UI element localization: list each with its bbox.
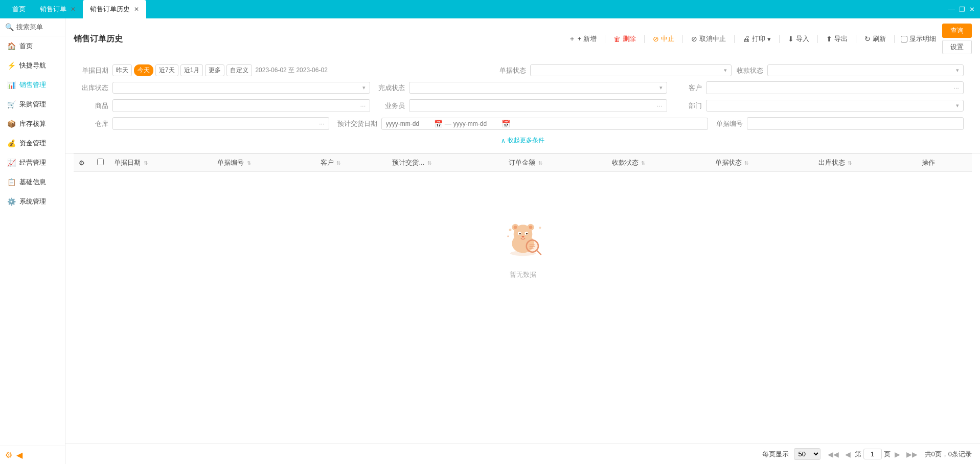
sidebar-item-finance[interactable]: 💰 资金管理 [0, 134, 65, 153]
page-suffix: 页 [884, 450, 891, 459]
order-status-select[interactable]: ▾ [530, 64, 732, 76]
check-all-checkbox[interactable] [97, 159, 104, 165]
basic-info-icon: 📋 [7, 178, 15, 186]
sort-date-icon[interactable]: ⇅ [144, 160, 148, 166]
home-icon: 🏠 [7, 42, 15, 50]
query-button[interactable]: 查询 [942, 24, 972, 38]
minimize-btn[interactable]: — [948, 6, 955, 13]
tab-home-label: 首页 [12, 5, 26, 14]
sidebar-item-system[interactable]: ⚙️ 系统管理 [0, 192, 65, 211]
show-detail-checkbox[interactable] [901, 36, 907, 42]
sidebar-item-sales[interactable]: 📊 销售管理 [0, 75, 65, 95]
tab-home[interactable]: 首页 [5, 0, 33, 18]
sort-expected-date-icon[interactable]: ⇅ [427, 160, 431, 166]
sidebar-item-inventory[interactable]: 📦 库存核算 [0, 114, 65, 134]
warehouse-status-select[interactable]: ▾ [112, 82, 370, 94]
date-btn-custom[interactable]: 自定义 [226, 64, 252, 76]
cancel-stop-label: 取消中止 [699, 34, 726, 43]
cancel-stop-button[interactable]: ⊘ 取消中止 [689, 33, 728, 45]
prev-page-btn[interactable]: ◀ [843, 449, 853, 459]
sidebar-search[interactable]: 🔍 搜索菜单 [0, 18, 65, 36]
tab-sales-order[interactable]: 销售订单 ✕ [33, 0, 83, 18]
filter-completion-status-item: 完成状态 ▾ [378, 82, 667, 94]
export-label: 导出 [834, 34, 848, 43]
order-number-input[interactable] [747, 117, 964, 130]
collapse-bar[interactable]: ∧ 收起更多条件 [82, 135, 964, 148]
goods-input[interactable]: ··· [112, 99, 370, 112]
show-detail-checkbox-label[interactable]: 显示明细 [901, 34, 936, 43]
sidebar-item-operations-label: 经营管理 [19, 158, 46, 167]
settings-bottom-icon[interactable]: ⚙ [5, 450, 12, 460]
collapse-sidebar-icon[interactable]: ◀ [16, 450, 22, 460]
sidebar-item-purchase[interactable]: 🛒 采购管理 [0, 95, 65, 114]
sidebar-item-quick-nav[interactable]: ⚡ 快捷导航 [0, 56, 65, 75]
page-label: 第 [855, 450, 861, 459]
sort-amount-icon[interactable]: ⇅ [538, 160, 542, 166]
col-date: 单据日期 ⇅ [109, 154, 212, 172]
expected-date-from[interactable] [386, 120, 432, 127]
tab-sales-order-close[interactable]: ✕ [71, 6, 76, 13]
date-btn-1month[interactable]: 近1月 [180, 64, 203, 76]
collapse-label: 收起更多条件 [508, 136, 544, 145]
content-area: 销售订单历史 ＋ + 新增 🗑 删除 ⊘ 中止 [65, 18, 980, 464]
sales-icon: 📊 [7, 81, 15, 89]
sort-number-icon[interactable]: ⇅ [247, 160, 251, 166]
filter-warehouse-item: 仓库 ··· [82, 117, 329, 130]
print-button[interactable]: 🖨 打印 ▾ [741, 33, 773, 45]
customer-input[interactable]: ··· [706, 81, 964, 94]
expected-date-to[interactable] [453, 120, 499, 127]
divider-8 [894, 35, 895, 43]
divider-7 [856, 35, 856, 43]
filter-area: 单据日期 昨天 今天 近7天 近1月 更多 自定义 2023-06-02 至 2… [74, 59, 972, 153]
filter-row-3: 商品 ··· 业务员 ··· 部门 [82, 99, 964, 112]
warehouse-input[interactable]: ··· [112, 117, 329, 130]
divider-5 [779, 35, 780, 43]
tab-sales-order-history[interactable]: 销售订单历史 ✕ [83, 0, 146, 18]
sort-customer-icon[interactable]: ⇅ [336, 160, 340, 166]
payment-status-select[interactable]: ▾ [767, 64, 964, 76]
col-expected-date: 预计交货... ⇅ [387, 154, 503, 172]
table-settings-icon[interactable]: ⚙ [79, 159, 85, 167]
page-number-input[interactable] [863, 449, 882, 459]
new-button[interactable]: ＋ + 新增 [566, 33, 599, 45]
delete-button[interactable]: 🗑 删除 [611, 33, 638, 45]
date-btn-7days[interactable]: 近7天 [155, 64, 178, 76]
sidebar-item-quick-nav-label: 快捷导航 [19, 61, 46, 70]
col-order-status: 单据状态 ⇅ [710, 154, 813, 172]
import-button[interactable]: ⬇ 导入 [786, 33, 811, 45]
date-buttons: 昨天 今天 近7天 近1月 更多 自定义 [112, 64, 252, 76]
window-controls: — ❐ ✕ [948, 6, 975, 13]
next-page-btn[interactable]: ▶ [893, 449, 902, 459]
first-page-btn[interactable]: ◀◀ [826, 449, 841, 459]
calendar-to-icon[interactable]: 📅 [502, 120, 510, 128]
set-button[interactable]: 设置 [942, 40, 972, 54]
department-select[interactable]: ▾ [706, 100, 964, 112]
sidebar-item-home[interactable]: 🏠 首页 [0, 36, 65, 56]
sidebar-item-operations[interactable]: 📈 经营管理 [0, 153, 65, 172]
date-btn-today[interactable]: 今天 [134, 64, 153, 76]
print-dropdown-icon[interactable]: ▾ [767, 35, 771, 43]
completion-status-arrow: ▾ [659, 84, 663, 91]
col-order-status-label: 单据状态 [715, 159, 742, 166]
date-btn-yesterday[interactable]: 昨天 [112, 64, 132, 76]
tab-sales-order-history-close[interactable]: ✕ [134, 6, 139, 13]
completion-status-select[interactable]: ▾ [409, 82, 667, 94]
salesperson-input[interactable]: ··· [409, 99, 667, 112]
sort-order-status-icon[interactable]: ⇅ [744, 160, 748, 166]
divider-6 [817, 35, 818, 43]
page-size-select[interactable]: 10 20 50 100 [794, 448, 821, 460]
last-page-btn[interactable]: ▶▶ [904, 449, 920, 459]
restore-btn[interactable]: ❐ [959, 6, 965, 13]
export-button[interactable]: ⬆ 导出 [824, 33, 850, 45]
sidebar-item-basic-info[interactable]: 📋 基础信息 [0, 172, 65, 192]
sort-payment-status-icon[interactable]: ⇅ [641, 160, 645, 166]
sort-warehouse-status-icon[interactable]: ⇅ [848, 160, 852, 166]
sidebar-item-sales-label: 销售管理 [19, 80, 46, 90]
date-btn-more[interactable]: 更多 [205, 64, 224, 76]
stop-button[interactable]: ⊘ 中止 [651, 33, 676, 45]
import-icon: ⬇ [788, 35, 794, 43]
pagination: ◀◀ ◀ 第 页 ▶ ▶▶ [826, 449, 920, 459]
refresh-button[interactable]: ↻ 刷新 [862, 33, 888, 45]
close-btn[interactable]: ✕ [969, 6, 975, 13]
calendar-from-icon[interactable]: 📅 [434, 120, 443, 128]
